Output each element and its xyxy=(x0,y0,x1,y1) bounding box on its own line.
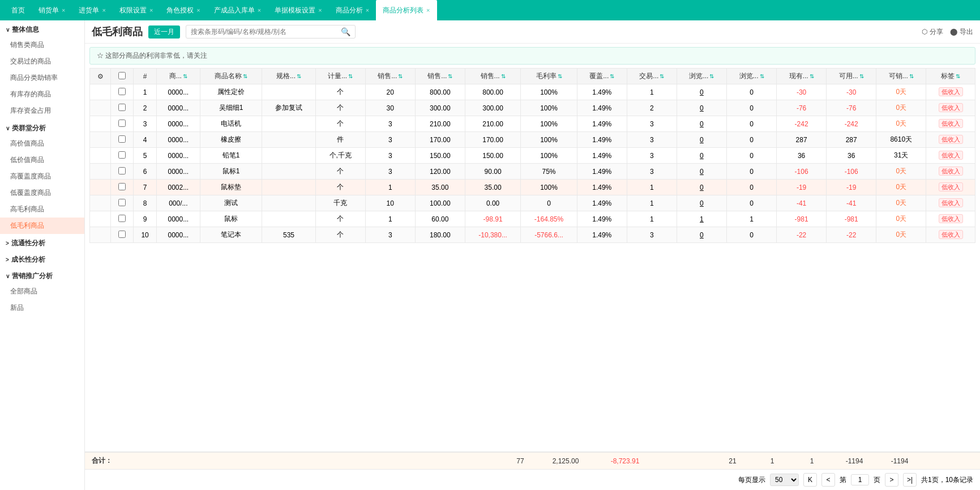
nav-product-in[interactable]: 产成品入库单 × xyxy=(207,0,268,20)
sidebar-item-low-coverage[interactable]: 低覆盖度商品 xyxy=(0,185,84,201)
next-page-button[interactable]: > xyxy=(885,473,898,487)
col-name[interactable]: 商品名称⇅ xyxy=(200,69,262,84)
notice-bar: ☆ 这部分商品的利润非常低，请关注 xyxy=(89,47,975,65)
nav-product-analysis-list[interactable]: 商品分析列表 × xyxy=(376,0,436,20)
nav-template[interactable]: 单据模板设置 × xyxy=(268,0,328,20)
row-checkbox[interactable] xyxy=(111,164,134,180)
row-checkbox[interactable] xyxy=(111,116,134,132)
sidebar-group-overall[interactable]: ∨ 整体信息 xyxy=(0,20,84,37)
col-coverage[interactable]: 覆盖...⇅ xyxy=(577,69,627,84)
row-coverage: 1 xyxy=(627,84,677,100)
close-icon[interactable]: × xyxy=(318,7,322,14)
share-button[interactable]: ⬡ 分享 xyxy=(922,27,943,37)
col-code[interactable]: 商...⇅ xyxy=(156,69,200,84)
col-avail[interactable]: 可用...⇅ xyxy=(827,69,876,84)
sidebar-item-category-rate[interactable]: 商品分类助销率 xyxy=(0,70,84,86)
row-select-checkbox[interactable] xyxy=(118,231,126,238)
close-icon[interactable]: × xyxy=(62,7,65,14)
sidebar-item-high-margin[interactable]: 高毛利商品 xyxy=(0,201,84,218)
nav-product-analysis[interactable]: 商品分析 × xyxy=(329,0,376,20)
row-select-checkbox[interactable] xyxy=(118,135,126,143)
sidebar-item-sales-products[interactable]: 销售类商品 xyxy=(0,37,84,53)
col-current[interactable]: 现有...⇅ xyxy=(777,69,827,84)
select-all-checkbox[interactable] xyxy=(118,72,126,79)
row-checkbox[interactable] xyxy=(111,211,134,227)
row-select-checkbox[interactable] xyxy=(118,183,126,190)
col-settings[interactable]: ⚙ xyxy=(90,69,111,84)
sidebar-item-high-value[interactable]: 高价值商品 xyxy=(0,135,84,152)
col-trade[interactable]: 交易...⇅ xyxy=(627,69,677,84)
close-icon[interactable]: × xyxy=(149,7,153,14)
row-browse1[interactable]: 0 xyxy=(677,84,726,100)
col-sale-profit[interactable]: 销售...⇅ xyxy=(465,69,520,84)
prev-page-button[interactable]: < xyxy=(821,473,835,487)
row-checkbox[interactable] xyxy=(111,84,134,100)
sidebar-item-stock-capital[interactable]: 库存资金占用 xyxy=(0,103,84,119)
row-browse1[interactable]: 1 xyxy=(677,211,726,227)
sidebar-item-new-products[interactable]: 新品 xyxy=(0,300,84,316)
close-icon[interactable]: × xyxy=(102,7,105,14)
first-page-button[interactable]: K xyxy=(803,473,817,487)
close-icon[interactable]: × xyxy=(366,7,369,14)
last-page-button[interactable]: >| xyxy=(903,473,917,487)
close-icon[interactable]: × xyxy=(258,7,261,14)
sidebar-item-low-margin[interactable]: 低毛利商品 xyxy=(0,218,84,234)
col-gross-rate[interactable]: 毛利率⇅ xyxy=(521,69,577,84)
row-select-checkbox[interactable] xyxy=(118,151,126,159)
row-browse1[interactable]: 0 xyxy=(677,164,726,180)
sidebar-item-stock-products[interactable]: 有库存的商品 xyxy=(0,86,84,103)
col-browse1[interactable]: 浏览...⇅ xyxy=(677,69,726,84)
row-checkbox[interactable] xyxy=(111,132,134,148)
sidebar-item-traded-products[interactable]: 交易过的商品 xyxy=(0,53,84,70)
nav-home[interactable]: 首页 xyxy=(5,0,32,20)
row-checkbox[interactable] xyxy=(111,195,134,211)
col-spec[interactable]: 规格...⇅ xyxy=(262,69,315,84)
col-saleable[interactable]: 可销...⇅ xyxy=(876,69,926,84)
sidebar-group-cluster[interactable]: ∨ 类群堂分析 xyxy=(0,119,84,135)
row-browse1[interactable]: 0 xyxy=(677,180,726,195)
search-icon[interactable]: 🔍 xyxy=(341,27,350,36)
row-checkbox[interactable] xyxy=(111,148,134,164)
sidebar-item-high-coverage[interactable]: 高覆盖度商品 xyxy=(0,168,84,185)
row-select-checkbox[interactable] xyxy=(118,88,126,95)
table-row: 3 0000... 电话机 个 3 210.00 210.00 100% 1.4… xyxy=(90,116,975,132)
nav-role[interactable]: 角色授权 × xyxy=(160,0,207,20)
col-qty[interactable]: 销售...⇅ xyxy=(365,69,415,84)
col-unit[interactable]: 计量...⇅ xyxy=(315,69,365,84)
nav-permission[interactable]: 权限设置 × xyxy=(113,0,160,20)
search-input[interactable] xyxy=(191,28,341,36)
row-select-checkbox[interactable] xyxy=(118,120,126,127)
per-page-select[interactable]: 50 100 200 xyxy=(770,474,799,486)
row-no: 3 xyxy=(134,116,157,132)
sidebar-group-marketing[interactable]: ∨ 营销推广分析 xyxy=(0,267,84,283)
col-sale-amt[interactable]: 销售...⇅ xyxy=(415,69,465,84)
close-icon[interactable]: × xyxy=(196,7,200,14)
row-browse1[interactable]: 0 xyxy=(677,195,726,211)
export-button[interactable]: ⬤ 导出 xyxy=(950,27,973,37)
sidebar-group-growth[interactable]: > 成长性分析 xyxy=(0,250,84,267)
row-browse2: 0 xyxy=(726,227,776,243)
row-browse1[interactable]: 0 xyxy=(677,148,726,164)
col-browse2[interactable]: 浏览...⇅ xyxy=(726,69,776,84)
sidebar-group-circulation[interactable]: > 流通性分析 xyxy=(0,234,84,250)
col-checkbox[interactable] xyxy=(111,69,134,84)
row-checkbox[interactable] xyxy=(111,227,134,243)
page-input[interactable] xyxy=(851,474,869,485)
sidebar-item-all-products[interactable]: 全部商品 xyxy=(0,283,84,300)
row-select-checkbox[interactable] xyxy=(118,167,126,174)
row-browse1[interactable]: 0 xyxy=(677,132,726,148)
sidebar-item-low-value[interactable]: 低价值商品 xyxy=(0,152,84,168)
row-select-checkbox[interactable] xyxy=(118,215,126,222)
close-icon[interactable]: × xyxy=(426,7,430,14)
row-checkbox[interactable] xyxy=(111,180,134,195)
row-browse1[interactable]: 0 xyxy=(677,100,726,116)
row-browse1[interactable]: 0 xyxy=(677,116,726,132)
col-tag[interactable]: 标签⇅ xyxy=(926,69,975,84)
row-checkbox[interactable] xyxy=(111,100,134,116)
nav-sales[interactable]: 销货单 × xyxy=(32,0,72,20)
period-button[interactable]: 近一月 xyxy=(148,25,180,39)
row-browse1[interactable]: 0 xyxy=(677,227,726,243)
nav-purchase[interactable]: 进货单 × xyxy=(72,0,112,20)
row-select-checkbox[interactable] xyxy=(118,199,126,206)
row-select-checkbox[interactable] xyxy=(118,104,126,111)
